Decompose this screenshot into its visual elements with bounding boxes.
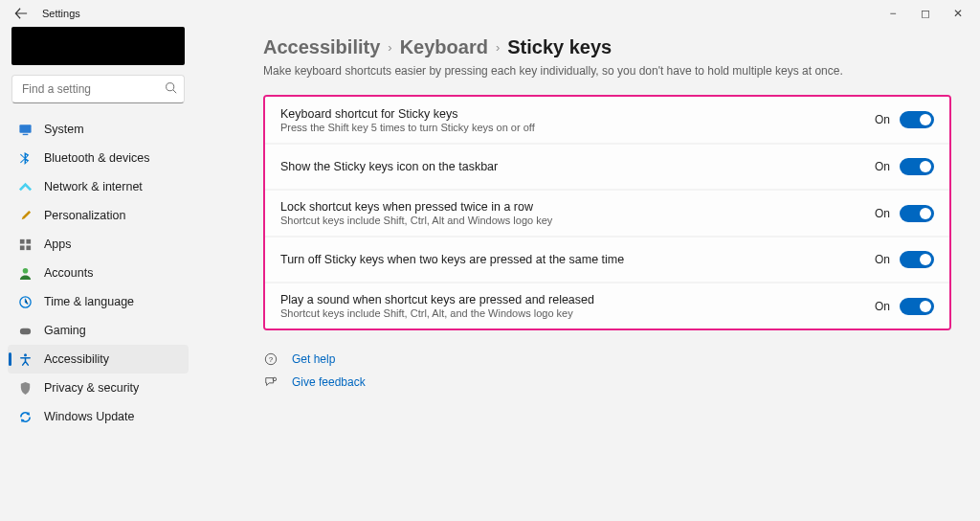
sidebar-item-apps[interactable]: Apps xyxy=(8,230,189,259)
sidebar-item-accessibility[interactable]: Accessibility xyxy=(8,345,189,374)
back-button[interactable] xyxy=(10,2,33,25)
page-description: Make keyboard shortcuts easier by pressi… xyxy=(263,64,951,78)
search-wrap xyxy=(11,75,185,103)
shield-icon xyxy=(17,381,33,396)
arrow-left-icon xyxy=(14,7,28,20)
sidebar-item-windows-update[interactable]: Windows Update xyxy=(8,402,189,431)
gaming-icon xyxy=(17,324,33,338)
breadcrumb: Accessibility › Keyboard › Sticky keys xyxy=(263,36,951,58)
give-feedback-link[interactable]: Give feedback xyxy=(263,371,951,394)
sidebar-item-label: Apps xyxy=(44,238,72,251)
setting-subtitle: Press the Shift key 5 times to turn Stic… xyxy=(280,122,875,133)
sidebar-nav: SystemBluetooth & devicesNetwork & inter… xyxy=(8,115,189,431)
toggle-switch[interactable] xyxy=(900,251,934,268)
sidebar-item-network-internet[interactable]: Network & internet xyxy=(8,172,189,201)
sidebar-item-label: Windows Update xyxy=(44,410,135,423)
setting-title: Keyboard shortcut for Sticky keys xyxy=(280,107,875,121)
help-links: ? Get help Give feedback xyxy=(263,348,951,394)
svg-rect-2 xyxy=(22,133,28,134)
svg-text:?: ? xyxy=(269,355,274,364)
toggle-switch[interactable] xyxy=(900,298,934,315)
apps-icon xyxy=(17,238,33,252)
breadcrumb-keyboard[interactable]: Keyboard xyxy=(400,36,488,58)
sidebar-item-privacy-security[interactable]: Privacy & security xyxy=(8,374,189,402)
toggle-state-label: On xyxy=(875,300,890,313)
search-input[interactable] xyxy=(11,75,185,103)
sidebar-item-label: System xyxy=(44,123,84,136)
svg-rect-5 xyxy=(19,245,24,250)
svg-rect-3 xyxy=(19,238,24,243)
display-icon xyxy=(17,123,33,137)
sidebar-item-label: Network & internet xyxy=(44,180,143,193)
get-help-link[interactable]: ? Get help xyxy=(263,348,951,371)
wifi-icon xyxy=(17,180,33,194)
toggle-switch[interactable] xyxy=(900,158,934,175)
window-controls: − ◻ ✕ xyxy=(877,2,974,25)
title-bar: Settings − ◻ ✕ xyxy=(0,0,980,27)
sidebar-item-label: Bluetooth & devices xyxy=(44,151,150,165)
main-content: Accessibility › Keyboard › Sticky keys M… xyxy=(196,27,980,521)
setting-title: Lock shortcut keys when pressed twice in… xyxy=(280,200,875,214)
setting-title: Play a sound when shortcut keys are pres… xyxy=(280,293,875,306)
sidebar: SystemBluetooth & devicesNetwork & inter… xyxy=(0,27,196,521)
settings-card: Keyboard shortcut for Sticky keysPress t… xyxy=(263,95,951,330)
sidebar-item-bluetooth-devices[interactable]: Bluetooth & devices xyxy=(8,144,189,172)
svg-point-10 xyxy=(24,353,27,356)
svg-point-7 xyxy=(22,267,28,273)
minimize-button[interactable]: − xyxy=(877,2,909,25)
breadcrumb-accessibility[interactable]: Accessibility xyxy=(263,36,380,58)
setting-subtitle: Shortcut keys include Shift, Ctrl, Alt, … xyxy=(280,307,875,319)
svg-rect-4 xyxy=(26,238,31,243)
sidebar-item-accounts[interactable]: Accounts xyxy=(8,259,189,287)
sidebar-item-label: Privacy & security xyxy=(44,381,139,395)
setting-row: Show the Sticky keys icon on the taskbar… xyxy=(265,143,949,189)
sidebar-item-label: Accounts xyxy=(44,266,93,280)
svg-rect-9 xyxy=(19,328,30,334)
feedback-icon xyxy=(263,375,278,389)
toggle-state-label: On xyxy=(875,253,890,266)
help-icon: ? xyxy=(263,352,278,366)
brush-icon xyxy=(17,209,33,223)
give-feedback-label: Give feedback xyxy=(292,375,366,389)
toggle-state-label: On xyxy=(875,207,890,220)
sidebar-item-label: Time & language xyxy=(44,295,134,308)
update-icon xyxy=(17,410,33,424)
user-block[interactable] xyxy=(11,27,185,65)
search-icon xyxy=(165,81,177,97)
chevron-right-icon: › xyxy=(496,40,500,55)
accessibility-icon xyxy=(17,352,33,367)
sidebar-item-system[interactable]: System xyxy=(8,115,189,144)
setting-title: Show the Sticky keys icon on the taskbar xyxy=(280,160,875,173)
sidebar-item-label: Accessibility xyxy=(44,352,109,366)
maximize-button[interactable]: ◻ xyxy=(909,2,942,25)
setting-row: Lock shortcut keys when pressed twice in… xyxy=(265,189,949,236)
sidebar-item-label: Gaming xyxy=(44,324,86,337)
sidebar-item-gaming[interactable]: Gaming xyxy=(8,316,189,345)
setting-row: Keyboard shortcut for Sticky keysPress t… xyxy=(265,97,949,143)
toggle-switch[interactable] xyxy=(900,111,934,128)
setting-title: Turn off Sticky keys when two keys are p… xyxy=(280,253,875,266)
svg-point-0 xyxy=(167,83,174,91)
bluetooth-icon xyxy=(17,151,33,166)
svg-rect-6 xyxy=(26,245,31,250)
window-title: Settings xyxy=(42,8,80,19)
chevron-right-icon: › xyxy=(388,40,391,55)
clock-icon xyxy=(17,295,33,309)
toggle-switch[interactable] xyxy=(900,205,934,222)
person-icon xyxy=(17,266,33,281)
sidebar-item-personalization[interactable]: Personalization xyxy=(8,201,189,230)
setting-subtitle: Shortcut keys include Shift, Ctrl, Alt a… xyxy=(280,215,875,226)
setting-row: Turn off Sticky keys when two keys are p… xyxy=(265,236,949,282)
svg-rect-1 xyxy=(19,125,31,132)
sidebar-item-label: Personalization xyxy=(44,209,125,222)
sidebar-item-time-language[interactable]: Time & language xyxy=(8,287,189,316)
toggle-state-label: On xyxy=(875,160,890,173)
page-title: Sticky keys xyxy=(507,36,612,58)
close-button[interactable]: ✕ xyxy=(942,2,974,25)
get-help-label: Get help xyxy=(292,352,335,366)
toggle-state-label: On xyxy=(875,113,890,126)
setting-row: Play a sound when shortcut keys are pres… xyxy=(265,282,949,328)
